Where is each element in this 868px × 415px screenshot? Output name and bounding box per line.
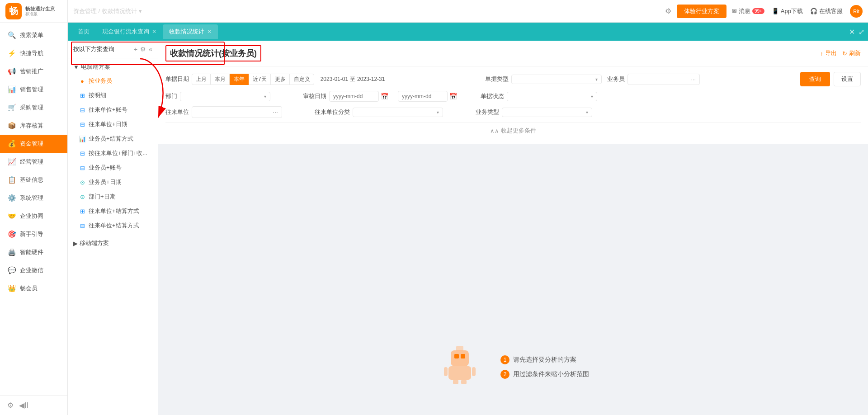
sidebar-item-marketing[interactable]: 📢 营销推广	[0, 62, 67, 80]
collapse-filter-button[interactable]: ∧∧ 收起更多条件	[165, 123, 861, 138]
topbar-settings-icon[interactable]: ⚙	[665, 7, 671, 15]
trial-button[interactable]: 体验行业方案	[677, 5, 726, 18]
enterprise-icon: 🤝	[7, 212, 16, 221]
sidebar-item-search[interactable]: 🔍 搜索菜单	[0, 26, 67, 44]
date-btn-custom[interactable]: 自定义	[290, 74, 314, 85]
scheme-item-salesperson-date[interactable]: ⊙ 业务员+日期	[68, 175, 158, 189]
review-date-from[interactable]	[329, 91, 379, 102]
scheme-item-partner-settle2[interactable]: ⊟ 往来单位+结算方式	[68, 218, 158, 233]
tab-receipts-stats-close[interactable]: ✕	[207, 28, 212, 35]
sidebar-item-system[interactable]: ⚙️ 系统管理	[0, 189, 67, 207]
sidebar-settings-icon[interactable]: ⚙	[7, 401, 14, 410]
review-date-range: 📅 — 📅	[329, 91, 457, 102]
filter-doc-status: 单据状态 ▾	[481, 92, 597, 101]
sidebar-item-smart-hw[interactable]: 🖨️ 智能硬件	[0, 243, 67, 261]
sidebar-item-wechat[interactable]: 💬 企业微信	[0, 261, 67, 279]
sidebar-item-inventory[interactable]: 📦 库存核算	[0, 117, 67, 135]
sidebar-item-capital-label: 资金管理	[20, 140, 43, 148]
partner-more-icon[interactable]: ···	[273, 108, 278, 116]
salesperson-select[interactable]: ···	[627, 74, 700, 85]
scheme-item-salesperson[interactable]: ● 按业务员	[68, 74, 158, 88]
scheme-settings-icon[interactable]: ⚙	[140, 46, 146, 53]
svg-rect-0	[451, 350, 469, 366]
guide-icon: 🎯	[7, 230, 16, 239]
sidebar-item-base-info[interactable]: 📋 基础信息	[0, 171, 67, 189]
tab-receipts-stats[interactable]: 收款情况统计 ✕	[163, 24, 218, 39]
sidebar-item-member[interactable]: 👑 畅会员	[0, 279, 67, 297]
settings-button[interactable]: 设置	[834, 72, 861, 86]
scheme-item-partner-account[interactable]: ⊟ 往来单位+账号	[68, 103, 158, 117]
scheme-item-salesperson-account[interactable]: ⊟ 业务员+账号	[68, 160, 158, 175]
member-icon: 👑	[7, 284, 16, 293]
query-button[interactable]: 查询	[800, 72, 830, 86]
scheme-item-salesperson-account-label: 业务员+账号	[89, 164, 122, 172]
add-scheme-icon[interactable]: +	[134, 46, 137, 53]
sidebar-bottom: ⚙ ◀II	[0, 395, 67, 415]
online-service-button[interactable]: 🎧 在线客服	[810, 7, 843, 15]
date-btn-this-month[interactable]: 本月	[211, 74, 230, 85]
salesperson-more-icon[interactable]: ···	[691, 76, 696, 83]
sidebar-item-guide[interactable]: 🎯 新手引导	[0, 225, 67, 243]
scheme-group-mobile: ▶ 移动端方案	[68, 235, 158, 252]
scheme-group-mobile-title[interactable]: ▶ 移动端方案	[68, 236, 158, 250]
dept-select[interactable]: ▾	[180, 92, 270, 101]
scheme-item-partner-dept-label: 按往来单位+部门+收...	[89, 149, 147, 157]
scheme-item-partner-settle1[interactable]: ⊞ 往来单位+结算方式	[68, 204, 158, 218]
scheme-group-desktop-title[interactable]: ▼ 电脑端方案	[68, 60, 158, 74]
export-button[interactable]: ↑ 导出	[821, 49, 837, 57]
tab-bank-flow[interactable]: 现金银行流水查询 ✕	[96, 24, 163, 39]
business-type-select[interactable]: ▾	[502, 108, 592, 117]
date-btn-more[interactable]: 更多	[271, 74, 290, 85]
sidebar-item-enterprise[interactable]: 🤝 企业协同	[0, 207, 67, 225]
sidebar-item-purchase[interactable]: 🛒 采购管理	[0, 99, 67, 117]
messages-label: 消息	[739, 7, 750, 15]
date-btn-last-month[interactable]: 上月	[192, 74, 211, 85]
tab-home[interactable]: 首页	[71, 24, 96, 39]
refresh-icon: ↻	[842, 50, 847, 57]
sidebar-item-sales[interactable]: 📊 销售管理	[0, 80, 67, 99]
svg-rect-4	[444, 367, 448, 376]
partner-category-select[interactable]: ▾	[353, 108, 443, 117]
tab-close-all-icon[interactable]: ✕	[849, 28, 855, 36]
logo-badge: 标准版	[25, 12, 55, 17]
hint-text-2: 用过滤条件来缩小分析范围	[513, 370, 589, 378]
date-range-to: 2023-12-31	[357, 76, 385, 82]
sidebar-item-operation[interactable]: 📈 经营管理	[0, 153, 67, 171]
sidebar-item-wechat-label: 企业微信	[20, 266, 43, 274]
scheme-item-salesperson-settle[interactable]: 📊 业务员+结算方式	[68, 132, 158, 146]
date-range-sep: 至	[350, 75, 355, 83]
sidebar-item-base-info-label: 基础信息	[20, 176, 43, 184]
partner-select[interactable]: ···	[192, 106, 282, 118]
inventory-icon: 📦	[7, 121, 16, 130]
doc-status-select[interactable]: ▾	[507, 92, 597, 101]
sales-icon: 📊	[7, 85, 16, 94]
date-btn-7days[interactable]: 近7天	[249, 74, 271, 85]
sidebar-item-quick-nav[interactable]: ⚡ 快捷导航	[0, 44, 67, 62]
scheme-item-detail[interactable]: ⊞ 按明细	[68, 88, 158, 103]
salesperson-label: 业务员	[607, 75, 625, 83]
refresh-button[interactable]: ↻ 刷新	[842, 49, 861, 57]
sidebar-item-capital[interactable]: 💰 资金管理	[0, 135, 67, 153]
tab-bank-flow-close[interactable]: ✕	[152, 28, 156, 35]
partner-label: 往来单位	[165, 108, 189, 116]
sidebar-collapse-icon[interactable]: ◀II	[19, 401, 28, 410]
doc-type-select[interactable]: ▾	[511, 75, 602, 84]
scheme-item-partner-date[interactable]: ⊟ 往来单位+日期	[68, 117, 158, 132]
tab-expand-icon[interactable]: ⤢	[859, 28, 864, 36]
user-avatar[interactable]: Rit	[850, 5, 863, 18]
message-icon: ✉	[732, 8, 737, 14]
tab-home-label: 首页	[78, 28, 90, 36]
hint-item-2: 2 用过滤条件来缩小分析范围	[500, 370, 589, 379]
scheme-item-partner-dept[interactable]: ⊟ 按往来单位+部门+收...	[68, 146, 158, 160]
messages-button[interactable]: ✉ 消息 99+	[732, 7, 764, 15]
cal-icon-to[interactable]: 📅	[449, 93, 457, 100]
review-date-to[interactable]	[398, 91, 448, 102]
cal-icon-from[interactable]: 📅	[381, 93, 388, 100]
date-btn-this-year[interactable]: 本年	[230, 74, 249, 85]
operation-icon: 📈	[7, 157, 16, 166]
left-panel-collapse-icon[interactable]: «	[149, 46, 152, 53]
app-download-button[interactable]: 📱 App下载	[772, 7, 803, 15]
sidebar-item-system-label: 系统管理	[20, 194, 43, 202]
scheme-item-dept-date[interactable]: ⊙ 部门+日期	[68, 189, 158, 204]
dropdown-icon[interactable]: ▾	[139, 8, 142, 14]
